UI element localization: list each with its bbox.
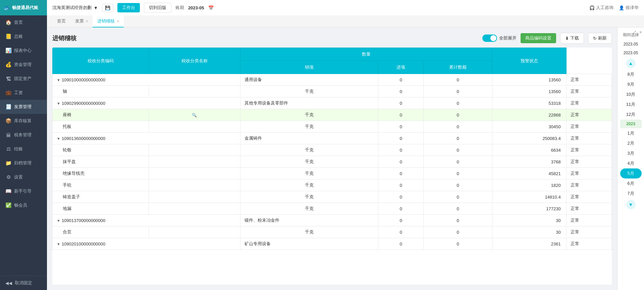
cell-code: ▼109020100000000000: [53, 238, 240, 250]
guide-icon: 📖: [5, 188, 11, 194]
user-profile[interactable]: 👤 徐泽华: [619, 5, 639, 11]
period-6[interactable]: 6月: [620, 178, 642, 189]
period-11[interactable]: 11月: [620, 99, 642, 110]
unpin-icon: ◀◀: [5, 281, 12, 286]
download-button[interactable]: ⬇ 下载: [560, 33, 584, 44]
period-2[interactable]: 2月: [620, 138, 642, 148]
refresh-icon: ↻: [593, 36, 597, 41]
period-5[interactable]: 5月: [620, 168, 642, 178]
tab-home[interactable]: 首页: [52, 15, 70, 27]
sidebar-item-payroll[interactable]: 💼 工资: [0, 86, 47, 100]
sidebar-item-funds[interactable]: 💰 资金管理: [0, 58, 47, 72]
close-panel-button[interactable]: ×: [639, 29, 642, 35]
sidebar-item-member[interactable]: ✅ 畅会员: [0, 198, 47, 212]
period-4[interactable]: 4月: [620, 158, 642, 168]
table-row: ▼109029900000000000 其他专用设备及零部件 0 0 53318…: [53, 97, 612, 109]
table-row: 托板 千克 0 0 30450 正常: [53, 121, 612, 133]
page-header: 进销稽核 全部展开 商品编码设置 ⬇ 下载 ↻ 刷新: [52, 33, 612, 44]
sidebar-item-label: 资金管理: [14, 62, 32, 68]
sidebar-item-settings[interactable]: ⚙ 设置: [0, 170, 47, 184]
tab-invoice-label: 发票: [75, 18, 84, 24]
company-name: 沈海英测试经营勿删: [52, 5, 92, 11]
cell-purchase: 0: [424, 144, 492, 156]
settings-icon: ⚙: [5, 174, 11, 180]
tab-reconcile-label: 进销稽核: [97, 18, 115, 24]
topbar: 沈海英测试经营勿删 ▼ 💾 工作台 切到旧版 账期 2023-05 📅 🎧 人工…: [47, 0, 644, 15]
period-9[interactable]: 9月: [620, 79, 642, 89]
download-label: 下载: [570, 35, 579, 41]
calendar-icon[interactable]: 📅: [208, 5, 214, 10]
sidebar-item-inventory[interactable]: 📦 库存核算: [0, 114, 47, 128]
period-10[interactable]: 10月: [620, 89, 642, 99]
old-version-button[interactable]: 切到旧版: [144, 3, 171, 13]
sidebar-item-ledger[interactable]: 📒 总账: [0, 29, 47, 44]
expand-icon[interactable]: ▼: [57, 219, 60, 223]
search-icon[interactable]: 🔍: [192, 113, 197, 118]
cell-status: 正常: [566, 121, 611, 133]
expand-icon[interactable]: ▼: [57, 137, 60, 141]
period-7[interactable]: 7月: [620, 189, 642, 199]
period-1[interactable]: 1月: [620, 128, 642, 138]
tab-invoice-close[interactable]: ×: [86, 19, 88, 23]
expand-icon[interactable]: ▼: [57, 101, 60, 105]
cell-unit: 千克: [240, 203, 378, 215]
sidebar-unpin[interactable]: ◀◀ 取消固定: [0, 276, 47, 290]
sidebar-item-tax[interactable]: 🏛 税务管理: [0, 128, 47, 142]
expand-toggle[interactable]: [482, 34, 497, 42]
cell-name: 矿山专用设备: [240, 238, 378, 250]
scroll-down-button[interactable]: ▼: [626, 200, 636, 209]
cell-purchase: 0: [424, 109, 492, 121]
table-row: 轴 千克 0 0 13560 正常: [53, 86, 612, 97]
period-2023-05-a[interactable]: 2023.05: [620, 40, 642, 49]
save-draft-button[interactable]: 💾: [102, 4, 113, 12]
cell-purchase: 0: [424, 74, 492, 86]
cell-status: 正常: [566, 215, 611, 226]
cell-name: 手轮: [53, 179, 149, 191]
table-row: 绝缘导线壳 千克 0 0 45821 正常: [53, 168, 612, 179]
sidebar-item-settlement[interactable]: ⚖ 结账: [0, 142, 47, 156]
page-main: 进销稽核 全部展开 商品编码设置 ⬇ 下载 ↻ 刷新: [47, 27, 617, 290]
funds-icon: 💰: [5, 62, 11, 68]
tab-reconcile-close[interactable]: ×: [117, 19, 119, 23]
sidebar-item-archive[interactable]: 📁 归档管理: [0, 156, 47, 170]
expand-panel-button[interactable]: ⤢: [633, 29, 637, 35]
tax-icon: 🏛: [5, 132, 11, 138]
period-label: 账期: [175, 5, 184, 11]
refresh-button[interactable]: ↻ 刷新: [588, 33, 612, 44]
cell-name: 金属铸件: [240, 133, 378, 144]
service-button[interactable]: 🎧 人工咨询: [589, 5, 613, 11]
inventory-icon: 📦: [5, 118, 11, 124]
sidebar-item-assets[interactable]: 🏗 固定资产: [0, 72, 47, 86]
service-label: 人工咨询: [596, 5, 613, 11]
tab-invoice[interactable]: 发票 ×: [70, 15, 93, 27]
period-2023-05-b[interactable]: 2023.05: [620, 49, 642, 57]
main-area: 沈海英测试经营勿删 ▼ 💾 工作台 切到旧版 账期 2023-05 📅 🎧 人工…: [47, 0, 644, 290]
cell-unit: 千克: [240, 179, 378, 191]
cell-status: 正常: [566, 203, 611, 215]
period-12[interactable]: 12月: [620, 110, 642, 120]
sidebar-item-guide[interactable]: 📖 新手引导: [0, 184, 47, 198]
period-8[interactable]: 8月: [620, 69, 642, 79]
scroll-up-button[interactable]: ▲: [626, 59, 636, 68]
cell-total: 3768: [492, 156, 566, 168]
sidebar-item-invoice[interactable]: 🧾 发票管理: [0, 100, 47, 114]
sidebar-item-reports[interactable]: 📊 报表中心: [0, 44, 47, 58]
cell-name: 托板: [53, 121, 149, 133]
expand-icon[interactable]: ▼: [57, 242, 60, 246]
workspace-button[interactable]: 工作台: [117, 3, 140, 12]
product-code-button[interactable]: 商品编码设置: [521, 33, 556, 43]
expand-icon[interactable]: ▼: [57, 78, 60, 82]
cell-status: 正常: [566, 179, 611, 191]
tab-reconcile[interactable]: 进销稽核 ×: [93, 15, 123, 27]
cell-name: 其他专用设备及零部件: [240, 97, 378, 109]
period-3[interactable]: 3月: [620, 148, 642, 158]
sidebar-item-home[interactable]: 🏠 首页: [0, 15, 47, 29]
table-row: ▼109010000000000000 通用设备 0 0 13560 正常: [53, 74, 612, 86]
payroll-icon: 💼: [5, 90, 11, 96]
table-row: 座椅 🔍 千克 0 0 22868 正常: [53, 109, 612, 121]
cell-sales: 0: [378, 133, 424, 144]
topbar-right: 🎧 人工咨询 👤 徐泽华: [589, 5, 639, 11]
table-row: ▼109020100000000000 矿山专用设备 0 0 2361 正常: [53, 238, 612, 250]
company-selector[interactable]: 沈海英测试经营勿删 ▼: [52, 5, 98, 11]
cell-total: 1820: [492, 179, 566, 191]
